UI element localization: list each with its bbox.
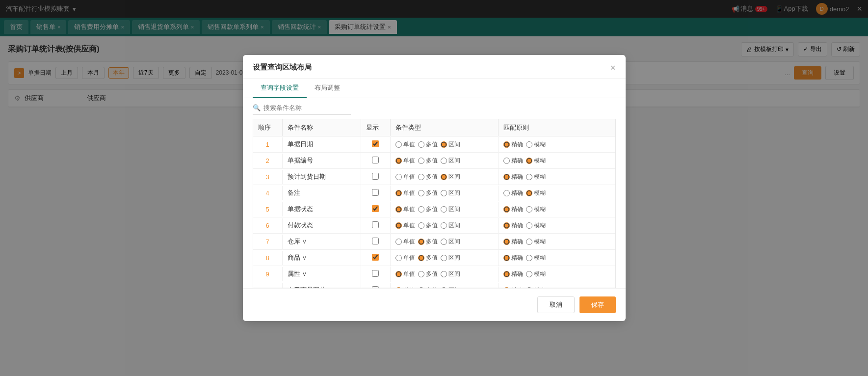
modal-tab-layout[interactable]: 布局调整 — [307, 79, 348, 98]
type-radio-item[interactable]: 多值 — [418, 238, 438, 246]
type-radio-item[interactable]: 区间 — [441, 270, 460, 278]
type-radio-item[interactable]: 区间 — [441, 221, 460, 230]
type-radio[interactable] — [441, 255, 447, 261]
type-radio[interactable] — [441, 141, 447, 148]
display-checkbox[interactable] — [372, 221, 379, 228]
type-radio-item[interactable]: 多值 — [418, 157, 438, 165]
match-radio[interactable] — [503, 255, 510, 261]
type-radio[interactable] — [395, 190, 402, 196]
match-radio-item[interactable]: 模糊 — [526, 270, 546, 278]
match-radio[interactable] — [526, 206, 532, 213]
type-radio[interactable] — [441, 239, 447, 245]
row-display[interactable] — [361, 250, 391, 266]
type-radio-item[interactable]: 区间 — [441, 254, 460, 262]
match-radio-item[interactable]: 精确 — [503, 238, 523, 246]
type-radio-item[interactable]: 单值 — [395, 140, 415, 149]
type-radio-item[interactable]: 多值 — [418, 173, 438, 181]
row-display[interactable] — [361, 283, 391, 289]
match-radio-item[interactable]: 精确 — [503, 189, 523, 197]
type-radio-item[interactable]: 单值 — [395, 254, 415, 262]
type-radio-item[interactable]: 单值 — [395, 221, 415, 230]
type-radio[interactable] — [395, 141, 402, 148]
type-radio-item[interactable]: 多值 — [418, 189, 438, 197]
type-radio-item[interactable]: 多值 — [418, 221, 438, 230]
type-radio[interactable] — [395, 255, 402, 261]
row-display[interactable] — [361, 234, 391, 249]
type-radio-item[interactable]: 区间 — [441, 205, 460, 214]
save-button[interactable]: 保存 — [579, 296, 616, 313]
type-radio-item[interactable]: 区间 — [441, 140, 460, 149]
type-radio[interactable] — [418, 239, 424, 245]
type-radio-item[interactable]: 多值 — [418, 140, 438, 149]
match-radio[interactable] — [526, 174, 532, 180]
type-radio[interactable] — [418, 190, 424, 196]
type-radio[interactable] — [395, 239, 402, 245]
type-radio[interactable] — [441, 222, 447, 229]
match-radio[interactable] — [526, 239, 532, 245]
match-radio[interactable] — [503, 190, 510, 196]
match-radio-item[interactable]: 精确 — [503, 205, 523, 214]
type-radio[interactable] — [418, 158, 424, 164]
type-radio-item[interactable]: 单值 — [395, 189, 415, 197]
match-radio[interactable] — [503, 158, 510, 164]
modal-tab-query-fields[interactable]: 查询字段设置 — [253, 79, 307, 98]
type-radio[interactable] — [418, 255, 424, 261]
display-checkbox[interactable] — [372, 205, 379, 212]
type-radio-item[interactable]: 单值 — [395, 270, 415, 278]
match-radio-item[interactable]: 精确 — [503, 140, 523, 149]
match-radio-item[interactable]: 精确 — [503, 221, 523, 230]
type-radio[interactable] — [395, 206, 402, 213]
display-checkbox[interactable] — [372, 157, 379, 163]
type-radio-item[interactable]: 多值 — [418, 270, 438, 278]
type-radio[interactable] — [395, 158, 402, 164]
type-radio[interactable] — [395, 271, 402, 277]
display-checkbox[interactable] — [372, 140, 379, 147]
match-radio-item[interactable]: 精确 — [503, 270, 523, 278]
type-radio-item[interactable]: 区间 — [441, 173, 460, 181]
row-display[interactable] — [361, 202, 391, 217]
match-radio-item[interactable]: 模糊 — [526, 238, 546, 246]
type-radio[interactable] — [418, 206, 424, 213]
match-radio-item[interactable]: 模糊 — [526, 254, 546, 262]
row-display[interactable] — [361, 218, 391, 233]
type-radio[interactable] — [418, 222, 424, 229]
match-radio-item[interactable]: 模糊 — [526, 205, 546, 214]
type-radio-item[interactable]: 多值 — [418, 205, 438, 214]
match-radio[interactable] — [526, 271, 532, 277]
match-radio[interactable] — [526, 255, 532, 261]
match-radio[interactable] — [503, 222, 510, 229]
type-radio-item[interactable]: 区间 — [441, 189, 460, 197]
type-radio[interactable] — [441, 190, 447, 196]
match-radio[interactable] — [503, 174, 510, 180]
type-radio-item[interactable]: 单值 — [395, 157, 415, 165]
row-display[interactable] — [361, 186, 391, 201]
row-display[interactable] — [361, 169, 391, 185]
match-radio-item[interactable]: 模糊 — [526, 140, 546, 149]
type-radio-item[interactable]: 多值 — [418, 254, 438, 262]
type-radio[interactable] — [418, 271, 424, 277]
type-radio[interactable] — [418, 141, 424, 148]
match-radio[interactable] — [526, 158, 532, 164]
row-display[interactable] — [361, 137, 391, 152]
match-radio[interactable] — [526, 222, 532, 229]
match-radio[interactable] — [503, 141, 510, 148]
type-radio[interactable] — [395, 174, 402, 180]
match-radio-item[interactable]: 精确 — [503, 254, 523, 262]
match-radio-item[interactable]: 精确 — [503, 173, 523, 181]
row-display[interactable] — [361, 153, 391, 168]
display-checkbox[interactable] — [372, 254, 379, 261]
modal-overlay[interactable]: 设置查询区域布局 × 查询字段设置 布局调整 🔍 顺序 条件名称 显示 — [0, 0, 868, 376]
type-radio-item[interactable]: 单值 — [395, 238, 415, 246]
search-input[interactable] — [263, 104, 351, 111]
type-radio[interactable] — [441, 271, 447, 277]
type-radio-item[interactable]: 区间 — [441, 157, 460, 165]
match-radio-item[interactable]: 精确 — [503, 157, 523, 165]
display-checkbox[interactable] — [372, 173, 379, 180]
type-radio-item[interactable]: 单值 — [395, 173, 415, 181]
cancel-button[interactable]: 取消 — [537, 296, 575, 313]
type-radio[interactable] — [395, 222, 402, 229]
type-radio-item[interactable]: 区间 — [441, 238, 460, 246]
type-radio-item[interactable]: 单值 — [395, 205, 415, 214]
display-checkbox[interactable] — [372, 238, 379, 244]
type-radio[interactable] — [441, 158, 447, 164]
